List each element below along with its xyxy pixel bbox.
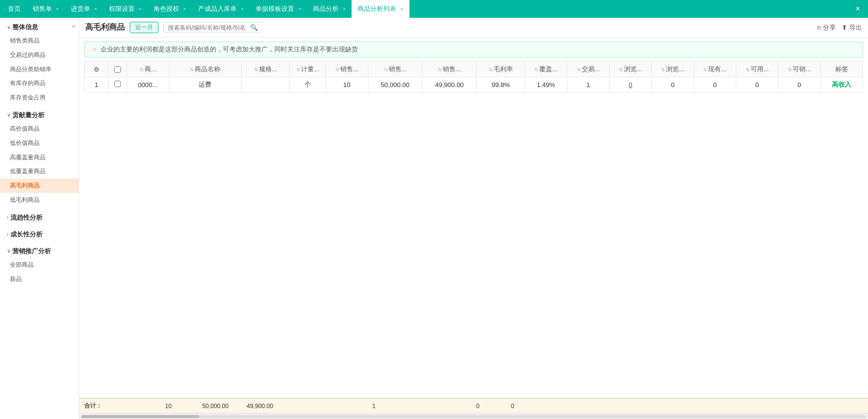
col-coverage[interactable]: ⇅覆盖... [525, 62, 567, 77]
close-purchase-tab[interactable]: × [94, 6, 97, 12]
sidebar-item-high-coverage[interactable]: 高覆盖量商品 [0, 150, 79, 165]
sidebar-item-sales-products[interactable]: 销售类商品 [0, 34, 79, 48]
close-sales-tab[interactable]: × [56, 6, 59, 12]
sort-icon13: ⇅ [703, 67, 707, 72]
cell-coverage: 1.49% [525, 77, 567, 93]
settings-icon[interactable]: ⚙ [94, 66, 100, 73]
col-product-name[interactable]: ⇅商品名称 [169, 62, 241, 77]
sidebar-item-low-coverage[interactable]: 低覆盖量商品 [0, 164, 79, 179]
info-banner: ✧ 企业的主要的利润都是这部分商品创造的，可考虑加大推广，同时关注库存是不要出现… [84, 42, 863, 57]
col-settings[interactable]: ⚙ [85, 62, 109, 77]
sidebar-item-high-margin[interactable]: 高毛利商品 [0, 179, 79, 193]
close-product-inbound-tab[interactable]: × [241, 6, 244, 12]
nav-permission[interactable]: 权限设置 × [103, 0, 148, 18]
search-box[interactable]: 🔍 [163, 22, 262, 33]
row-checkbox[interactable] [114, 81, 121, 87]
search-input[interactable] [168, 24, 250, 31]
search-icon[interactable]: 🔍 [250, 24, 258, 31]
cell-available: 0 [736, 77, 778, 93]
nav-template[interactable]: 单据模板设置 × [250, 0, 307, 18]
nav-sales[interactable]: 销售单 × [27, 0, 65, 18]
footer-sales-amount: 50,000.00 [193, 403, 238, 410]
col-sales-qty[interactable]: ⇅销售... [326, 62, 368, 77]
close-product-analysis-list-tab[interactable]: × [400, 6, 403, 12]
close-permission-tab[interactable]: × [139, 6, 142, 12]
sort-icon6: ⇅ [384, 67, 388, 72]
nav-home[interactable]: 首页 [2, 0, 27, 18]
nav-product-analysis-list[interactable]: 商品分析列表 × [352, 0, 409, 18]
sidebar-item-high-value[interactable]: 高价值商品 [0, 122, 79, 136]
col-code[interactable]: ⇅商... [127, 62, 169, 77]
cell-code: 0000... [127, 77, 169, 93]
horizontal-scrollbar[interactable] [79, 413, 868, 419]
col-sales-amount[interactable]: ⇅销售... [368, 62, 422, 77]
sidebar-item-low-value[interactable]: 低价值商品 [0, 136, 79, 150]
cell-browse1[interactable]: 0 [610, 77, 652, 93]
sort-icon4: ⇅ [296, 67, 300, 72]
sort-icon11: ⇅ [619, 67, 623, 72]
sidebar-item-low-margin[interactable]: 低毛利商品 [0, 193, 79, 207]
col-saleable[interactable]: ⇅可销... [778, 62, 820, 77]
footer-cells: 10 50,000.00 49,900.00 1 0 0 [144, 403, 863, 410]
sidebar-item-traded-products[interactable]: 交易过的商品 [0, 48, 79, 62]
sort-icon12: ⇅ [661, 67, 665, 72]
nav-role[interactable]: 角色授权 × [148, 0, 192, 18]
sidebar-item-category-rate[interactable]: 商品分类助销率 [0, 62, 79, 77]
footer-transactions: 1 [357, 403, 391, 410]
col-browse2[interactable]: ⇅浏览... [652, 62, 694, 77]
sidebar-item-stock-products[interactable]: 有库存的商品 [0, 76, 79, 91]
cell-seq: 1 [85, 77, 109, 93]
col-gross-rate[interactable]: ⇅毛利率 [477, 62, 525, 77]
table-row: 1 0000... 运费 个 10 50,000.00 49,900.00 99… [85, 77, 863, 93]
sidebar-collapse-button[interactable]: « [72, 22, 76, 30]
filter-recent-month-button[interactable]: 近一月 [130, 22, 158, 33]
cell-current-stock: 0 [694, 77, 736, 93]
sort-icon10: ⇅ [577, 67, 581, 72]
cell-gross-rate: 99.8% [477, 77, 525, 93]
sidebar-section-trend-title[interactable]: › 流趋性分析 [0, 211, 79, 224]
col-current-stock[interactable]: ⇅现有... [694, 62, 736, 77]
close-role-tab[interactable]: × [183, 6, 186, 12]
sidebar-section-growth-title[interactable]: › 成长性分析 [0, 228, 79, 241]
data-table-wrapper[interactable]: ⚙ ⇅商... ⇅商品名称 ⇅规格... [79, 61, 868, 398]
sort-icon7: ⇅ [438, 67, 442, 72]
sort-icon: ⇅ [140, 67, 144, 72]
col-available[interactable]: ⇅可用... [736, 62, 778, 77]
sidebar-item-stock-capital[interactable]: 库存资金占用 [0, 91, 79, 105]
scrollbar-track[interactable] [81, 415, 866, 418]
window-close-button[interactable]: × [850, 4, 866, 13]
sidebar-section-contribution-title[interactable]: ∨ 贡献量分析 [0, 109, 79, 122]
header-actions: ⎋ 分享 ⬆ 导出 [817, 23, 862, 32]
nav-product-analysis[interactable]: 商品分析 × [307, 0, 352, 18]
arrow-down-icon: ∨ [7, 25, 10, 30]
footer-blank4 [426, 403, 460, 410]
col-transactions[interactable]: ⇅交易... [567, 62, 609, 77]
col-unit[interactable]: ⇅计量... [290, 62, 326, 77]
select-all-checkbox[interactable] [114, 66, 121, 73]
col-browse1[interactable]: ⇅浏览... [610, 62, 652, 77]
close-product-analysis-tab[interactable]: × [343, 6, 346, 12]
sidebar-section-trend: › 流趋性分析 [0, 208, 79, 225]
col-sales-cost[interactable]: ⇅销售... [422, 62, 477, 77]
sidebar-section-marketing-title[interactable]: ∨ 营销推广分析 [0, 245, 79, 258]
export-icon: ⬆ [842, 24, 847, 31]
sidebar-item-all-products[interactable]: 全部商品 [0, 258, 79, 272]
main-layout: « ∨ 整体信息 销售类商品 交易过的商品 商品分类助销率 有库存的商品 库存资… [0, 18, 868, 419]
cell-sales-amount: 50,000.00 [368, 77, 422, 93]
sidebar-item-new-products[interactable]: 新品 [0, 272, 79, 286]
col-tag[interactable]: 标签 [820, 62, 863, 77]
cell-checkbox[interactable] [108, 77, 127, 93]
close-template-tab[interactable]: × [298, 6, 301, 12]
page-title: 高毛利商品 [85, 22, 125, 33]
share-button[interactable]: ⎋ 分享 [817, 23, 836, 32]
scrollbar-thumb[interactable] [81, 415, 199, 418]
product-table: ⚙ ⇅商... ⇅商品名称 ⇅规格... [84, 61, 863, 93]
nav-product-inbound[interactable]: 产成品入库单 × [192, 0, 250, 18]
footer-current-stock: 0 [460, 403, 495, 410]
info-text: 企业的主要的利润都是这部分商品创造的，可考虑加大推广，同时关注库存是不要出现缺货 [101, 45, 358, 54]
sidebar-section-overall-title[interactable]: ∨ 整体信息 [0, 21, 79, 34]
export-button[interactable]: ⬆ 导出 [842, 23, 862, 32]
col-checkbox[interactable] [108, 62, 127, 77]
nav-purchase[interactable]: 进货单 × [65, 0, 103, 18]
col-spec[interactable]: ⇅规格... [241, 62, 289, 77]
